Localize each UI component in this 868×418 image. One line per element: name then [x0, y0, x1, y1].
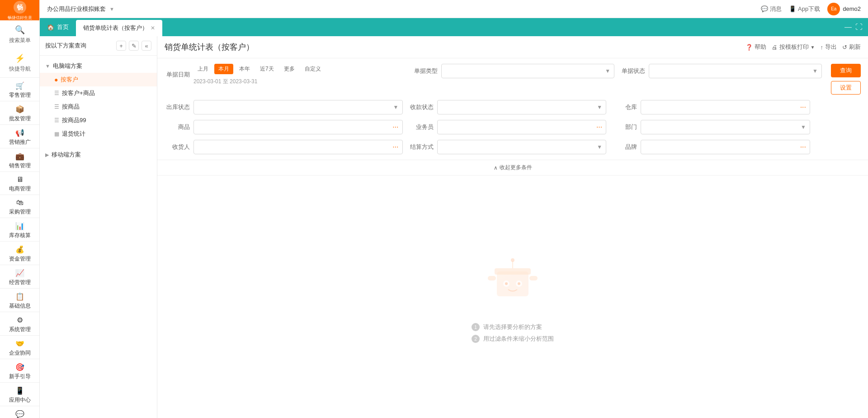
sidebar-item-inventory[interactable]: 📊 库存核算: [0, 218, 40, 241]
sidebar-item-label: 营销推广: [9, 138, 31, 146]
order-status-select[interactable]: ▼: [649, 64, 822, 78]
date-btn-custom[interactable]: 自定义: [301, 64, 325, 74]
purchase-icon: 🛍: [16, 199, 24, 207]
warehouse-dots[interactable]: ···: [800, 103, 806, 111]
sidebar-item-wholesale[interactable]: 📦 批发管理: [0, 101, 40, 124]
tab-close-icon[interactable]: ✕: [151, 25, 155, 31]
right-panel: 销货单统计表（按客户） ❓ 帮助 🖨 按模板打印 ▼ ↑ 导出: [157, 36, 868, 418]
tree-child-by-product-99[interactable]: ☰ 按商品99: [40, 114, 157, 127]
newcomer-icon: 🎯: [15, 363, 24, 371]
order-status-label: 单据状态: [620, 67, 645, 75]
refresh-label: 刷新: [849, 43, 861, 51]
tree-child-return-stats[interactable]: ▦ 退货统计: [40, 127, 157, 141]
settlement-label: 结算方式: [408, 143, 434, 151]
sidebar-item-sales[interactable]: 💼 销售管理: [0, 148, 40, 171]
empty-svg-icon: [486, 251, 540, 305]
app-logo[interactable]: 畅 畅捷信好生意: [0, 0, 40, 20]
inventory-icon: 📊: [15, 222, 24, 230]
date-btn-this-month[interactable]: 本月: [214, 64, 233, 74]
dropdown-icon[interactable]: ▼: [109, 6, 114, 12]
page-actions: ❓ 帮助 🖨 按模板打印 ▼ ↑ 导出 ↺ 刷新: [745, 43, 861, 57]
list2-icon: ☰: [54, 117, 59, 124]
warehouse-select[interactable]: ···: [641, 100, 810, 114]
sidebar-item-operations[interactable]: 📈 经营管理: [0, 265, 40, 288]
salesperson-input[interactable]: ···: [437, 120, 607, 134]
sidebar-item-basic-info[interactable]: 📋 基础信息: [0, 288, 40, 312]
date-btn-7days[interactable]: 近7天: [256, 64, 278, 74]
svg-point-9: [511, 258, 514, 262]
sidebar-item-app-center[interactable]: 📱 应用中心: [0, 382, 40, 406]
consignee-label: 收货人: [165, 143, 190, 151]
tree-child-by-customer[interactable]: ● 按客户: [40, 73, 157, 86]
tree-parent-mobile[interactable]: ▶ 移动端方案: [40, 148, 157, 162]
marketing-icon: 📢: [15, 128, 24, 137]
sidebar-item-label: 企业协同: [9, 349, 31, 357]
tab-sales-stats[interactable]: 销货单统计表（按客户） ✕: [76, 20, 162, 36]
department-select[interactable]: ▼: [641, 120, 810, 134]
brand-input[interactable]: ···: [641, 140, 810, 154]
refresh-button[interactable]: ↺ 刷新: [842, 43, 861, 51]
sidebar-item-label: 基础信息: [9, 302, 31, 310]
product-input[interactable]: ···: [193, 120, 403, 134]
sidebar-item-cooperation[interactable]: 🤝 企业协同: [0, 335, 40, 359]
tab-minimize-icon[interactable]: —: [844, 23, 852, 31]
user-menu[interactable]: Ea demo2: [827, 3, 861, 15]
sidebar-item-quick-nav[interactable]: ⚡ 快捷导航: [0, 49, 40, 77]
department-chevron: ▼: [801, 124, 806, 130]
tree-child-label: 按商品: [62, 103, 80, 111]
tab-home[interactable]: 🏠 首页: [40, 18, 76, 36]
date-btn-this-year[interactable]: 本年: [235, 64, 254, 74]
consignee-dots[interactable]: ···: [392, 143, 398, 151]
sidebar-item-marketing[interactable]: 📢 营销推广: [0, 124, 40, 148]
tab-expand-icon[interactable]: ⛶: [855, 23, 863, 31]
sidebar-item-system[interactable]: ⚙ 系统管理: [0, 312, 40, 335]
sidebar-item-retail[interactable]: 🛒 零售管理: [0, 77, 40, 101]
settlement-select[interactable]: ▼: [437, 140, 607, 154]
tree-child-label: 按客户: [61, 76, 78, 84]
help-button[interactable]: ❓ 帮助: [745, 43, 766, 51]
brand-dots[interactable]: ···: [800, 143, 806, 151]
tree-child-by-product[interactable]: ☰ 按商品: [40, 100, 157, 114]
out-status-select[interactable]: ▼: [193, 100, 403, 114]
sidebar-item-search[interactable]: 🔍 搜索菜单: [0, 20, 40, 49]
add-scheme-button[interactable]: +: [116, 41, 126, 51]
tree-parent-desktop[interactable]: ▼ 电脑端方案: [40, 59, 157, 73]
product-dots[interactable]: ···: [392, 123, 398, 131]
collapse-panel-button[interactable]: «: [142, 41, 151, 51]
collapse-conditions-button[interactable]: ∧ 收起更多条件: [157, 160, 868, 176]
sidebar-item-label: 销售管理: [9, 162, 31, 170]
export-button[interactable]: ↑ 导出: [821, 43, 837, 51]
receive-status-select[interactable]: ▼: [437, 100, 607, 114]
tab-actions: — ⛶: [844, 23, 868, 31]
template-print-button[interactable]: 🖨 按模板打印 ▼: [772, 43, 815, 51]
out-status-chevron: ▼: [393, 104, 399, 110]
date-btn-more[interactable]: 更多: [280, 64, 299, 74]
tab-home-label: 首页: [57, 23, 69, 31]
order-status-chevron: ▼: [812, 68, 818, 74]
settings-button[interactable]: 设置: [831, 81, 861, 95]
retail-icon: 🛒: [15, 81, 24, 90]
tree-child-label: 按商品99: [62, 116, 86, 124]
tree-child-by-customer-product[interactable]: ☰ 按客户+商品: [40, 86, 157, 100]
date-btn-last-month[interactable]: 上月: [193, 64, 212, 74]
main-area: 办公用品行业模拟账套 ▼ 💬 消息 📱 App下载 Ea demo2 🏠 首页 …: [40, 0, 868, 418]
sidebar-item-enterprise-wechat[interactable]: 💬 企业微信: [0, 406, 40, 418]
messages-button[interactable]: 💬 消息: [761, 5, 782, 13]
app-download-button[interactable]: 📱 App下载: [789, 5, 820, 13]
order-type-chevron: ▼: [605, 68, 610, 74]
salesperson-label: 业务员: [408, 123, 434, 131]
query-button[interactable]: 查询: [831, 64, 861, 77]
salesperson-dots[interactable]: ···: [596, 123, 602, 131]
sidebar-item-ecommerce[interactable]: 🖥 电商管理: [0, 171, 40, 195]
sidebar-item-purchase[interactable]: 🛍 采购管理: [0, 195, 40, 218]
username: demo2: [843, 5, 861, 12]
edit-scheme-button[interactable]: ✎: [129, 41, 139, 51]
consignee-input[interactable]: ···: [193, 140, 403, 154]
app-selector[interactable]: 办公用品行业模拟账套: [47, 5, 106, 13]
sidebar-item-label: 资金管理: [9, 255, 31, 263]
tip-text-2: 用过滤条件来缩小分析范围: [483, 335, 554, 343]
sidebar-item-newcomer[interactable]: 🎯 新手引导: [0, 359, 40, 382]
sidebar-item-finance[interactable]: 💰 资金管理: [0, 241, 40, 265]
tab-sales-stats-label: 销货单统计表（按客户）: [83, 24, 148, 32]
order-type-select[interactable]: ▼: [441, 64, 614, 78]
